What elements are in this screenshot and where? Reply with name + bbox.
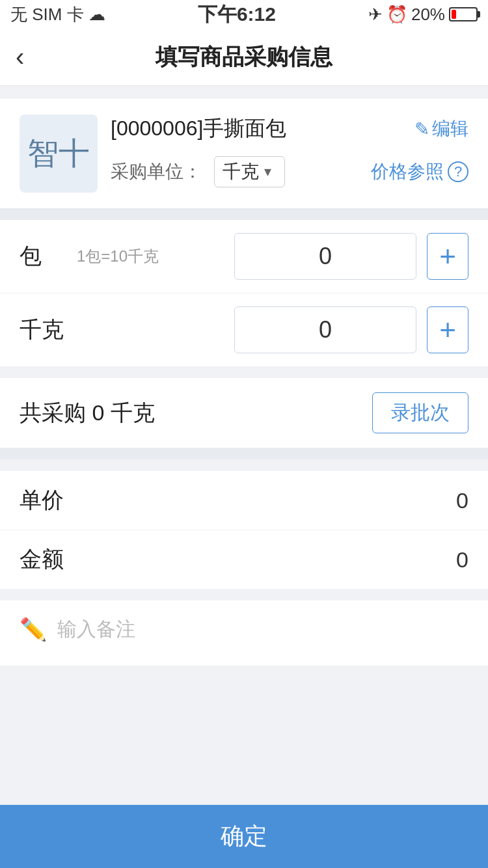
- product-card: 智十 [0000006]手撕面包 ✎ 编辑 采购单位： 千克 价格参照: [0, 99, 488, 208]
- back-button[interactable]: ‹: [16, 42, 24, 72]
- bag-input-row: 包 1包=10千克 0 +: [0, 220, 488, 293]
- confirm-button-wrap: 确定: [0, 805, 488, 868]
- input-section: 包 1包=10千克 0 + 千克 0 +: [0, 220, 488, 366]
- amount-row: 金额 0: [0, 530, 488, 589]
- status-right: ✈ ⏰ 20%: [368, 5, 478, 25]
- amount-label: 金额: [20, 545, 64, 575]
- product-name: [0000006]手撕面包: [111, 115, 286, 143]
- spacer: [0, 666, 488, 796]
- nav-icon: ✈: [368, 5, 383, 25]
- kg-number-input[interactable]: 0: [234, 306, 416, 353]
- edit-button[interactable]: ✎ 编辑: [414, 116, 468, 141]
- bag-label: 包: [20, 241, 72, 271]
- nav-bar: ‹ 填写商品采购信息: [0, 29, 488, 86]
- bag-number-input[interactable]: 0: [234, 233, 416, 280]
- summary-section: 共采购 0 千克 录批次: [0, 378, 488, 448]
- unit-label: 采购单位：: [111, 161, 202, 182]
- status-time: 下午6:12: [198, 1, 276, 28]
- summary-row: 共采购 0 千克 录批次: [0, 378, 488, 448]
- price-section: 单价 0 金额 0: [0, 471, 488, 589]
- unit-price-value: 0: [456, 488, 468, 513]
- kg-input-row: 千克 0 +: [0, 293, 488, 366]
- pencil-icon: ✏️: [20, 616, 47, 642]
- amount-value: 0: [456, 547, 468, 573]
- help-icon: ?: [448, 161, 468, 182]
- product-logo: 智十: [27, 138, 90, 169]
- bag-plus-button[interactable]: +: [427, 233, 468, 280]
- edit-icon: ✎: [414, 118, 429, 140]
- signal-text: 无 SIM 卡 ☁: [10, 3, 105, 26]
- notes-section[interactable]: ✏️ 输入备注: [0, 601, 488, 666]
- alarm-icon: ⏰: [386, 5, 407, 25]
- unit-select[interactable]: 千克: [214, 156, 285, 187]
- price-reference-button[interactable]: 价格参照 ?: [371, 159, 468, 184]
- page-title: 填写商品采购信息: [156, 42, 332, 72]
- product-info: [0000006]手撕面包 ✎ 编辑 采购单位： 千克 价格参照 ?: [111, 115, 468, 187]
- kg-label: 千克: [20, 315, 72, 345]
- notes-placeholder: 输入备注: [57, 616, 135, 643]
- unit-price-label: 单价: [20, 485, 64, 515]
- battery-percent: 20%: [411, 5, 445, 25]
- unit-price-row: 单价 0: [0, 471, 488, 530]
- status-bar: 无 SIM 卡 ☁ 下午6:12 ✈ ⏰ 20%: [0, 0, 488, 29]
- divider-1: [0, 208, 488, 220]
- kg-plus-button[interactable]: +: [427, 306, 468, 353]
- batch-button[interactable]: 录批次: [372, 392, 468, 433]
- battery-icon: [449, 7, 478, 21]
- bag-sublabel: 1包=10千克: [77, 246, 159, 267]
- status-left: 无 SIM 卡 ☁: [10, 3, 105, 26]
- confirm-button[interactable]: 确定: [0, 821, 488, 852]
- summary-label: 共采购 0 千克: [20, 398, 155, 428]
- divider-2: [0, 448, 488, 459]
- product-image: 智十: [20, 115, 98, 193]
